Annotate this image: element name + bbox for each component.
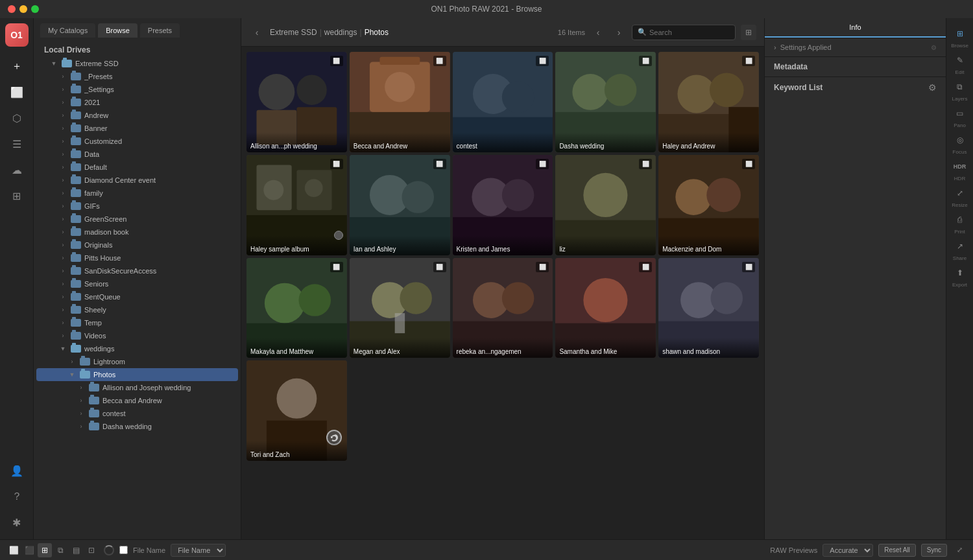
tab-presets[interactable]: Presets: [140, 23, 180, 38]
print-icon-btn[interactable]: ⎙: [950, 209, 970, 230]
photo-item-becca[interactable]: ⬜ Becca and Andrew: [350, 52, 450, 152]
tab-info[interactable]: Info: [765, 18, 946, 38]
sidebar-item-diamond[interactable]: › Diamond Center event: [36, 174, 238, 187]
filmstrip-view-btn[interactable]: ▤: [69, 543, 83, 557]
resize-icon-btn[interactable]: ⤢: [950, 183, 970, 204]
sidebar-item-videos[interactable]: › Videos: [36, 329, 238, 342]
keyword-list-header: Keyword List ⚙: [765, 77, 946, 98]
resize-icon-group: ⤢ Resize: [946, 183, 973, 208]
photo-item-ian-ashley[interactable]: ⬜ Ian and Ashley: [350, 155, 450, 255]
next-button[interactable]: ›: [611, 25, 627, 40]
export-icon-btn[interactable]: ⬆: [950, 262, 970, 283]
sidebar-item-settings[interactable]: › _Settings: [36, 83, 238, 96]
breadcrumb-extreme-ssd[interactable]: Extreme SSD: [270, 28, 317, 37]
sidebar-item-extreme-ssd[interactable]: ▼ Extreme SSD: [36, 57, 238, 70]
sidebar-item-data[interactable]: › Data: [36, 148, 238, 161]
reset-all-button[interactable]: Reset All: [878, 544, 915, 557]
sidebar-item-greenscreen[interactable]: › GreenScreen: [36, 213, 238, 226]
sidebar-item-originals[interactable]: › Originals: [36, 239, 238, 251]
sidebar-item-family[interactable]: › family: [36, 187, 238, 200]
sidebar-item-2021[interactable]: › 2021: [36, 96, 238, 109]
sidebar-item-contest[interactable]: › contest: [36, 407, 238, 420]
stack-icon[interactable]: ☰: [5, 132, 29, 156]
browse-icon-btn[interactable]: ⊞: [950, 23, 970, 44]
metadata-header[interactable]: Metadata: [765, 57, 946, 76]
sidebar-item-andrew[interactable]: › Andrew: [36, 109, 238, 122]
extra-view-btn[interactable]: ⊡: [84, 543, 99, 557]
camera-icon[interactable]: ⬡: [5, 106, 29, 130]
sidebar-item-pitts[interactable]: › Pitts House: [36, 251, 238, 264]
monitor-icon[interactable]: ⬜: [5, 80, 29, 104]
sidebar-item-lightroom[interactable]: › Lightroom: [36, 355, 238, 368]
hdr-icon-btn[interactable]: HDR: [950, 156, 970, 177]
photo-item-haley-album[interactable]: ⬜ Haley sample album: [246, 155, 347, 255]
sidebar-item-sentqueue[interactable]: › SentQueue: [36, 290, 238, 303]
photo-item-dasha[interactable]: ⬜ Dasha wedding: [555, 52, 656, 152]
sidebar-item-temp[interactable]: › Temp: [36, 316, 238, 329]
maximize-button[interactable]: [31, 5, 39, 13]
photo-item-tori[interactable]: Tori and Zach: [246, 360, 347, 461]
adjust-icon[interactable]: ✱: [5, 511, 29, 534]
sidebar-item-presets[interactable]: › _Presets: [36, 70, 238, 83]
photo-item-megan[interactable]: ⬜ Megan and Alex: [350, 258, 450, 358]
sidebar-item-default[interactable]: › Default: [36, 161, 238, 174]
sync-button[interactable]: Sync: [921, 544, 947, 557]
back-button[interactable]: ‹: [249, 25, 265, 40]
search-icon: 🔍: [638, 28, 647, 36]
photo-item-allison[interactable]: ⬜ Allison an...ph wedding: [246, 52, 347, 152]
edit-icon-btn[interactable]: ✎: [950, 50, 970, 71]
help-icon[interactable]: ？: [5, 485, 29, 508]
minimize-button[interactable]: [19, 5, 27, 13]
layers-icon-btn[interactable]: ⧉: [950, 76, 970, 97]
photo-item-samantha[interactable]: ⬜ Samantha and Mike: [555, 258, 656, 358]
user-icon[interactable]: 👤: [5, 459, 29, 482]
add-icon[interactable]: ＋: [5, 54, 29, 78]
sidebar-item-sandisk[interactable]: › SanDiskSecureAccess: [36, 264, 238, 277]
sidebar-item-seniors[interactable]: › Seniors: [36, 277, 238, 290]
select-checkbox[interactable]: [119, 546, 128, 554]
sidebar-item-becca[interactable]: › Becca and Andrew: [36, 394, 238, 407]
folder-view-button[interactable]: ⊞: [741, 25, 756, 40]
settings-applied[interactable]: › Settings Applied ⚙: [765, 38, 946, 56]
photo-item-liz[interactable]: ⬜ liz: [555, 155, 656, 255]
sidebar-item-madison[interactable]: › madison book: [36, 226, 238, 239]
sidebar-item-dasha[interactable]: › Dasha wedding: [36, 420, 238, 433]
svg-point-46: [298, 284, 331, 316]
split-view-btn[interactable]: ⬛: [22, 543, 36, 557]
sidebar-item-banner[interactable]: › Banner: [36, 122, 238, 135]
photo-item-kristen[interactable]: ⬜ Kristen and James: [453, 155, 553, 255]
sidebar-item-photos[interactable]: ▼ Photos: [36, 368, 238, 381]
right-panel-tabs: Info: [765, 18, 946, 38]
breadcrumb-weddings[interactable]: weddings: [324, 28, 357, 37]
photo-item-rebeka[interactable]: ⬜ rebeka an...ngagemen: [453, 258, 553, 358]
cloud-icon[interactable]: ☁: [5, 158, 29, 181]
focus-icon-btn[interactable]: ◎: [950, 130, 970, 150]
photo-item-shawn[interactable]: ⬜ shawn and madison: [658, 258, 759, 358]
grid-view-btn[interactable]: ⊞: [38, 543, 52, 557]
sidebar-item-allison[interactable]: › Allison and Joseph wedding: [36, 381, 238, 394]
photo-item-mackenzie[interactable]: ⬜ Mackenzie and Dom: [658, 155, 759, 255]
tab-browse[interactable]: Browse: [98, 23, 138, 38]
tab-my-catalogs[interactable]: My Catalogs: [40, 23, 95, 38]
photo-item-contest[interactable]: ⬜ contest: [453, 52, 553, 152]
sidebar-item-sheely[interactable]: › Sheely: [36, 303, 238, 316]
close-button[interactable]: [8, 5, 16, 13]
compare-view-btn[interactable]: ⧉: [53, 543, 67, 557]
share-icon-btn[interactable]: ↗: [950, 236, 970, 257]
keyword-settings-icon[interactable]: ⚙: [928, 82, 937, 93]
photo-item-haley-andrew[interactable]: ⬜ Haley and Andrew: [658, 52, 759, 152]
photo-item-makayla[interactable]: ⬜ Makayla and Matthew: [246, 258, 347, 358]
pano-icon-btn[interactable]: ▭: [950, 103, 970, 124]
single-view-btn[interactable]: ⬜: [6, 543, 21, 557]
filename-sort-select[interactable]: File Name Date Rating: [171, 544, 226, 557]
expand-icon[interactable]: ⤢: [952, 543, 967, 557]
prev-button[interactable]: ‹: [590, 25, 606, 40]
folder-icon: [71, 293, 81, 301]
sidebar-item-customized[interactable]: › Customized: [36, 135, 238, 148]
sidebar-item-weddings[interactable]: ▼ weddings: [36, 342, 238, 355]
grid-icon[interactable]: ⊞: [5, 184, 29, 207]
raw-previews-select[interactable]: Accurate Fast: [823, 544, 873, 557]
breadcrumb-photos[interactable]: Photos: [365, 28, 389, 37]
sidebar-item-gifs[interactable]: › GIFs: [36, 200, 238, 213]
search-input[interactable]: [649, 29, 730, 36]
